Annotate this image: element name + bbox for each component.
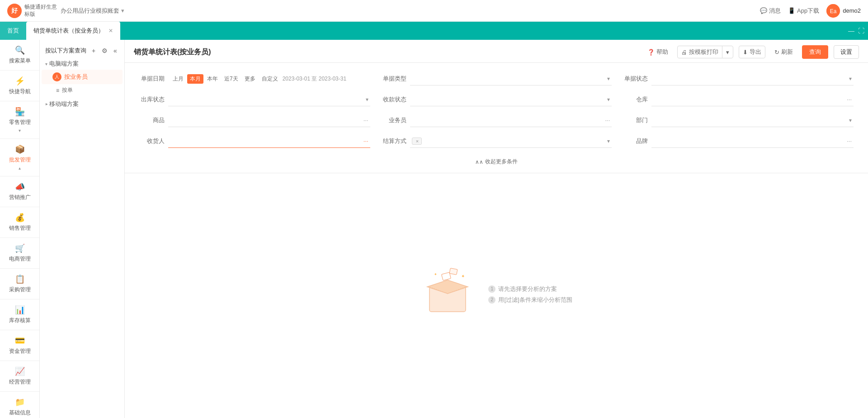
recv-status-select[interactable]: ▾	[410, 93, 612, 106]
header-right: 💬 消息 📱 App下载 Ea demo2	[760, 4, 861, 18]
refresh-btn[interactable]: ↻ 刷新	[771, 46, 797, 58]
scheme-settings-btn[interactable]: ⚙	[100, 46, 109, 55]
status-select[interactable]: ▾	[651, 72, 854, 86]
print-chevron-icon: ▾	[726, 49, 729, 56]
scheme-staff-icon: 人	[52, 72, 61, 81]
status-filter-cell: 单据状态 ▾	[617, 68, 859, 89]
logo-text: 畅捷通好生意 标版	[24, 4, 57, 18]
filter-row-3: 商品 ··· 业务员 ··· 部门	[134, 110, 859, 131]
empty-tip-2: 2 用[过滤]条件来缩小分析范围	[488, 296, 572, 304]
pc-group-header[interactable]: ▾ 电脑端方案	[42, 58, 123, 70]
tab-home[interactable]: 首页	[0, 22, 26, 40]
tab-close-icon[interactable]: ✕	[108, 28, 113, 34]
date-tab-last-month[interactable]: 上月	[170, 74, 186, 84]
dept-cell: 部门 ▾	[617, 110, 859, 131]
empty-tips: 1 请先选择要分析的方案 2 用[过滤]条件来缩小分析范围	[488, 285, 572, 307]
consignee-dots-icon: ···	[363, 138, 368, 144]
settlement-tag-close[interactable]: ×	[416, 138, 419, 144]
message-btn[interactable]: 💬 消息	[760, 7, 781, 15]
filter-row-4: 收货人 ··· 结算方式 ×	[134, 131, 859, 152]
sidebar-item-purchase[interactable]: 📋 采购管理	[0, 269, 39, 299]
mobile-group-arrow: ▾	[44, 103, 49, 105]
date-tab-7days[interactable]: 近7天	[222, 74, 241, 84]
brand-dots-icon: ···	[847, 138, 852, 144]
tab-sales-stat[interactable]: 销货单统计表（按业务员） ✕	[26, 22, 120, 40]
out-status-cell: 出库状态 ▾	[134, 89, 376, 110]
settlement-select[interactable]: × ▾	[410, 134, 612, 148]
sidebar-item-quick-nav[interactable]: ⚡ 快捷导航	[0, 71, 39, 101]
settlement-tag: ×	[412, 138, 422, 145]
sidebar-item-wholesale[interactable]: 📦 批发管理 ▴	[0, 139, 39, 176]
export-btn[interactable]: ⬇ 导出	[739, 46, 765, 58]
warehouse-dots-icon: ···	[847, 96, 852, 103]
staff-dots-icon: ···	[605, 117, 610, 124]
sidebar-item-basic[interactable]: 📁 基础信息	[0, 392, 39, 418]
print-btn[interactable]: 🖨 按模板打印	[678, 46, 722, 58]
scheme-item-by-order[interactable]: ≡ 按单	[42, 84, 123, 96]
date-tab-this-month[interactable]: 本月	[187, 74, 203, 84]
left-panel-header: 按以下方案查询 + ⚙ «	[40, 43, 124, 58]
tab-minimize-icon[interactable]: —	[848, 27, 854, 34]
sidebar-item-marketing[interactable]: 📣 营销推广	[0, 176, 39, 207]
svg-text:✦: ✦	[461, 274, 465, 279]
consignee-cell: 收货人 ···	[134, 131, 376, 152]
main-content: 销货单统计表(按业务员) ❓ 帮助 🖨 按模板打印 ▾	[125, 40, 868, 418]
breadcrumb-arrow: ▾	[121, 7, 124, 14]
out-status-select[interactable]: ▾	[168, 93, 370, 106]
type-select[interactable]: ▾	[410, 72, 612, 86]
dept-label: 部门	[623, 116, 648, 124]
warehouse-cell: 仓库 ···	[617, 89, 859, 110]
export-icon: ⬇	[743, 49, 748, 56]
filter-row-2: 出库状态 ▾ 收款状态 ▾ 仓库	[134, 89, 859, 110]
goods-label: 商品	[139, 116, 165, 124]
brand-label: 品牌	[623, 137, 648, 145]
date-label: 单据日期	[139, 75, 165, 83]
sidebar-item-search-menu[interactable]: 🔍 搜索菜单	[0, 40, 39, 71]
tab-expand-icon[interactable]: ⛶	[858, 27, 864, 34]
username[interactable]: demo2	[843, 7, 861, 14]
goods-dots-icon: ···	[363, 117, 368, 124]
filter-area: 单据日期 上月 本月 本年 近7天 更多 自定义 2023-03-01 至 20…	[125, 63, 868, 173]
mobile-group-header[interactable]: ▾ 移动端方案	[42, 98, 123, 110]
sidebar-item-ecommerce[interactable]: 🛒 电商管理	[0, 238, 39, 269]
empty-illustration: ✦ ✦	[420, 264, 475, 318]
collapse-filter-btn[interactable]: ∧∧ 收起更多条件	[470, 156, 523, 167]
warehouse-select[interactable]: ···	[651, 93, 854, 106]
marketing-icon: 📣	[15, 182, 25, 192]
brand-select[interactable]: ···	[651, 134, 854, 148]
refresh-icon: ↻	[774, 49, 779, 56]
date-tab-custom[interactable]: 自定义	[259, 74, 281, 84]
settlement-chevron-icon: ▾	[607, 138, 610, 144]
left-panel-actions: + ⚙ «	[89, 46, 120, 55]
user-area[interactable]: Ea demo2	[826, 4, 861, 18]
help-btn[interactable]: ❓ 帮助	[644, 46, 672, 58]
scheme-item-by-staff[interactable]: 人 按业务员	[42, 70, 123, 84]
pc-group-arrow: ▾	[45, 62, 47, 66]
sidebar-item-inventory[interactable]: 📊 库存核算	[0, 299, 39, 330]
settings-btn[interactable]: 设置	[834, 45, 859, 59]
wholesale-arrow-icon: ▴	[19, 166, 21, 171]
sidebar-item-operation[interactable]: 📈 经营管理	[0, 361, 39, 392]
dept-select[interactable]: ▾	[651, 114, 854, 127]
sidebar-item-finance[interactable]: 💳 资金管理	[0, 330, 39, 361]
empty-tip-1: 1 请先选择要分析的方案	[488, 285, 572, 293]
app-download-btn[interactable]: 📱 App下载	[788, 7, 819, 15]
recv-status-chevron-icon: ▾	[607, 96, 610, 103]
date-tab-more[interactable]: 更多	[242, 74, 258, 84]
pc-scheme-group: ▾ 电脑端方案 人 按业务员 ≡ 按单	[40, 58, 124, 96]
date-filter-cell: 单据日期 上月 本月 本年 近7天 更多 自定义 2023-03-01 至 20…	[134, 68, 376, 89]
svg-rect-6	[449, 268, 458, 275]
collapse-panel-btn[interactable]: «	[111, 46, 120, 55]
sidebar-item-sales[interactable]: 💰 销售管理	[0, 207, 39, 238]
query-btn[interactable]: 查询	[802, 45, 828, 59]
goods-select[interactable]: ···	[168, 114, 370, 127]
print-arrow-btn[interactable]: ▾	[722, 46, 733, 58]
print-icon: 🖨	[681, 49, 687, 56]
sidebar-item-retail[interactable]: 🏪 零售管理 ▾	[0, 101, 39, 139]
date-tab-this-year[interactable]: 本年	[204, 74, 221, 84]
consignee-select[interactable]: ···	[168, 134, 370, 148]
svg-rect-5	[442, 272, 451, 280]
wholesale-icon: 📦	[15, 144, 25, 154]
staff-select[interactable]: ···	[410, 114, 612, 127]
add-scheme-btn[interactable]: +	[89, 46, 98, 55]
